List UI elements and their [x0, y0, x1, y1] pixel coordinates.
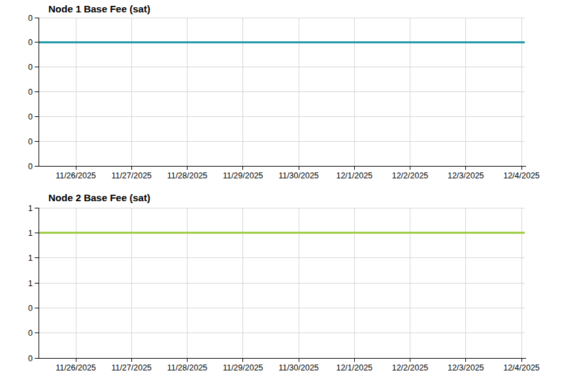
x-tick-label: 12/1/2025 [336, 363, 372, 372]
x-tick-label: 11/28/2025 [167, 363, 208, 372]
x-tick-label: 11/30/2025 [278, 363, 319, 372]
y-tick-label: 1 [28, 253, 33, 263]
y-tick-label: 1 [28, 204, 33, 213]
y-tick-label: 0 [28, 354, 33, 363]
x-tick-label: 12/3/2025 [448, 171, 484, 180]
x-tick-label: 12/3/2025 [448, 363, 484, 372]
x-tick-label: 11/28/2025 [167, 171, 208, 180]
y-tick-label: 0 [28, 63, 33, 72]
y-tick-label: 1 [28, 279, 33, 288]
x-tick-label: 11/30/2025 [278, 171, 319, 180]
y-tick-label: 0 [28, 88, 33, 97]
y-tick-label: 0 [28, 38, 33, 47]
x-tick-label: 11/26/2025 [56, 363, 96, 372]
node1-base-fee-chart: 000000011/26/202511/27/202511/28/202511/… [0, 0, 562, 189]
x-tick-label: 11/27/2025 [111, 171, 152, 180]
y-tick-label: 0 [28, 137, 33, 146]
x-tick-label: 12/4/2025 [503, 363, 540, 372]
x-tick-label: 11/29/2025 [223, 171, 263, 180]
x-tick-label: 12/2/2025 [392, 363, 429, 372]
x-tick-label: 11/27/2025 [111, 363, 152, 372]
x-tick-label: 12/2/2025 [392, 171, 429, 180]
y-tick-label: 1 [28, 229, 33, 238]
x-tick-label: 11/29/2025 [223, 363, 263, 372]
x-tick-label: 12/1/2025 [336, 171, 372, 180]
y-tick-label: 0 [28, 329, 33, 338]
dashboard-canvas: Node 1 Base Fee (sat) 000000011/26/20251… [0, 0, 562, 392]
y-tick-label: 0 [28, 304, 33, 313]
x-tick-label: 11/26/2025 [56, 171, 96, 180]
y-tick-label: 0 [28, 112, 33, 122]
node2-base-fee-chart: 111100011/26/202511/27/202511/28/202511/… [0, 189, 562, 392]
x-tick-label: 12/4/2025 [503, 171, 540, 180]
y-tick-label: 0 [28, 162, 33, 171]
y-tick-label: 0 [28, 14, 33, 23]
